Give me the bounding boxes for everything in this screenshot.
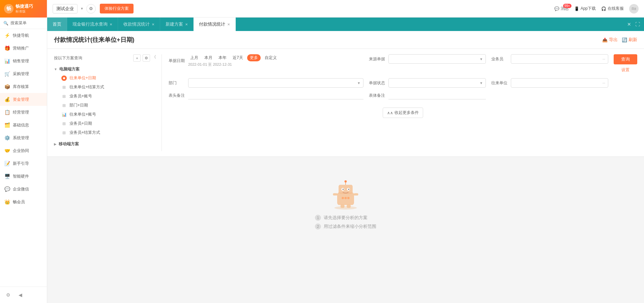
sidebar-item-purchase[interactable]: 🛒 采购管理 [0, 67, 47, 80]
notifications-badge: 99+ [563, 4, 572, 8]
collapse-conditions-btn[interactable]: ∧∧ 收起更多条件 [383, 108, 423, 118]
mobile-scheme-group: ▶ 移动端方案 [54, 140, 156, 148]
sidebar-item-finance[interactable]: 💰 资金管理 [0, 93, 47, 106]
scheme-icon-4: ⊞ [61, 103, 67, 108]
footer-collapse-btn[interactable]: ◀ [16, 290, 25, 300]
empty-tip-1: 1 请先选择要分析的方案 [315, 215, 376, 221]
page-title: 付款情况统计(往来单位+日期) [54, 36, 135, 44]
tab-new-plan-close[interactable]: ✕ [185, 23, 188, 26]
refresh-btn[interactable]: 🔄 刷新 [622, 37, 637, 43]
table-body-note-input[interactable] [388, 92, 486, 99]
tab-payments[interactable]: 付款情况统计 ✕ [194, 18, 236, 31]
fullscreen-btn[interactable]: ⛶ [635, 22, 640, 27]
export-label: 导出 [609, 37, 618, 43]
mobile-group-label: 移动端方案 [59, 141, 79, 147]
app-icon: 📱 [574, 6, 579, 11]
scheme-staff-date[interactable]: ⊞ 业务员+日期 [59, 119, 156, 128]
trial-btn[interactable]: 体验行业方案 [100, 4, 134, 13]
desktop-group-arrow: ▼ [54, 67, 57, 71]
tab-bank-close[interactable]: ✕ [110, 23, 112, 26]
page-header: 付款情况统计(往来单位+日期) 📤 导出 🔄 刷新 [47, 31, 644, 49]
doc-status-select[interactable]: ▼ [388, 78, 486, 88]
table-header-note-input[interactable] [188, 92, 363, 99]
date-btn-this-month[interactable]: 本月 [202, 54, 214, 61]
scheme-staff-account[interactable]: ⊞ 业务员+账号 [59, 92, 156, 101]
tab-new-plan[interactable]: 新建方案 ✕ [160, 18, 194, 31]
logo-icon: 畅 [4, 4, 13, 13]
dept-select[interactable]: ▼ [188, 78, 363, 88]
desktop-group-header[interactable]: ▼ 电脑端方案 [54, 65, 156, 73]
settings-btn[interactable]: ⚙ [86, 4, 96, 13]
scheme-staff-date-label: 业务员+日期 [69, 121, 92, 126]
scheme-dept-date-label: 部门+日期 [69, 102, 88, 108]
sidebar-item-sales[interactable]: 📊 销售管理 [0, 55, 47, 67]
sidebar-title: 畅捷通巧 [16, 4, 33, 9]
search-menu[interactable]: 🔍 搜索菜单 [0, 18, 47, 29]
date-btn-more[interactable]: 更多 [247, 54, 261, 61]
notifications-btn[interactable]: 💬 消息 99+ [554, 6, 569, 11]
collapse-label: 收起更多条件 [394, 110, 419, 116]
scheme-staff-settle[interactable]: ⊞ 业务员+结算方式 [59, 128, 156, 137]
export-btn[interactable]: 📤 导出 [602, 37, 618, 43]
sidebar-item-marketing[interactable]: 🎁 营销推广 [0, 42, 47, 55]
sidebar-item-member[interactable]: 👑 畅会员 [0, 195, 47, 208]
sidebar-item-basic[interactable]: 🗂️ 基础信息 [0, 119, 47, 131]
svg-point-6 [343, 189, 344, 190]
filter-area: 按以下方案查询 ＋ ⚙ 《 ▼ 电脑端方案 [47, 49, 644, 157]
tab-payments-close[interactable]: ✕ [227, 23, 230, 26]
scheme-unit-settle[interactable]: ⊞ 往来单位+结算方式 [59, 83, 156, 92]
sidebar-item-hardware[interactable]: 🖥️ 智能硬件 [0, 170, 47, 183]
sidebar-item-system[interactable]: ⚙️ 系统管理 [0, 131, 47, 144]
footer-settings-btn[interactable]: ⚙ [3, 290, 13, 300]
source-doc-select[interactable]: ▼ [388, 54, 486, 64]
scheme-unit-account[interactable]: 📊 往来单位+账号 [59, 110, 156, 119]
sidebar-item-label: 资金管理 [13, 97, 29, 102]
collapse-scheme-btn[interactable]: 《 [152, 54, 156, 62]
sidebar-item-quick-nav[interactable]: ⚡ 快捷导航 [0, 29, 47, 42]
filter-actions: 查询 设置 [614, 54, 637, 74]
manage-scheme-btn[interactable]: ⚙ [143, 54, 150, 62]
sidebar-item-collab[interactable]: 🤝 企业协同 [0, 144, 47, 157]
scheme-header: 按以下方案查询 ＋ ⚙ 《 [54, 54, 156, 62]
sidebar-brand: 畅捷通巧 标准版 [16, 4, 33, 14]
online-service-btn[interactable]: 🎧 在线客服 [601, 6, 624, 11]
date-btn-this-year[interactable]: 本年 [216, 54, 229, 61]
sidebar-item-guide[interactable]: 📝 新手引导 [0, 157, 47, 170]
sidebar-item-label: 销售管理 [13, 58, 29, 64]
sidebar-item-inventory[interactable]: 📦 库存核算 [0, 80, 47, 93]
tab-bank[interactable]: 现金银行流水查询 ✕ [67, 18, 118, 31]
dept-label: 部门 [169, 80, 185, 86]
sidebar-item-operation[interactable]: 📋 经营管理 [0, 106, 47, 119]
tab-receipts-close[interactable]: ✕ [152, 23, 154, 26]
tip-1-num: 1 [315, 215, 321, 221]
sidebar: 畅 畅捷通巧 标准版 🔍 搜索菜单 ⚡ 快捷导航 🎁 营销推广 📊 销售管理 🛒… [0, 0, 47, 303]
query-btn[interactable]: 查询 [614, 54, 637, 64]
tip-2-num: 2 [315, 223, 321, 230]
inventory-icon: 📦 [4, 84, 10, 90]
scheme-dept-date[interactable]: ⊞ 部门+日期 [59, 101, 156, 110]
staff-arrow: ··· [603, 57, 605, 61]
doc-status-label: 单据状态 [369, 80, 386, 86]
staff-select[interactable]: ··· [511, 54, 608, 64]
sidebar-item-label: 库存核算 [13, 84, 29, 90]
filter-row-3: 表头备注 表体备注 [169, 92, 637, 99]
tab-home[interactable]: 首页 [47, 18, 67, 31]
sidebar-item-wechat[interactable]: 💬 企业微信 [0, 183, 47, 195]
date-btn-last-month[interactable]: 上月 [188, 54, 200, 61]
online-service-label: 在线客服 [608, 6, 624, 11]
close-all-btn[interactable]: ✕ [627, 22, 631, 27]
add-scheme-btn[interactable]: ＋ [133, 54, 141, 62]
user-avatar[interactable]: Rit [629, 4, 639, 13]
partner-select[interactable]: ··· [511, 78, 608, 88]
date-btn-7days[interactable]: 近7天 [231, 54, 245, 61]
settings-link[interactable]: 设置 [614, 66, 637, 74]
app-download-btn[interactable]: 📱 App下载 [574, 6, 596, 11]
date-btn-custom[interactable]: 自定义 [263, 54, 279, 61]
scheme-staff-account-label: 业务员+账号 [69, 93, 92, 99]
mobile-group-arrow: ▶ [54, 142, 57, 146]
tab-receipts[interactable]: 收款情况统计 ✕ [118, 18, 160, 31]
scheme-unit-date[interactable]: 往来单位+日期 [59, 73, 156, 83]
mobile-group-header[interactable]: ▶ 移动端方案 [54, 140, 156, 148]
tab-bank-label: 现金银行流水查询 [72, 21, 108, 27]
company-selector[interactable]: 测试企业 [53, 4, 78, 13]
